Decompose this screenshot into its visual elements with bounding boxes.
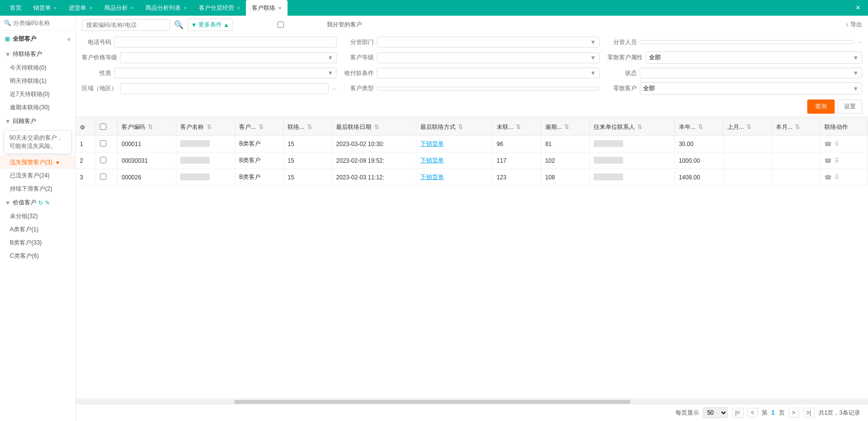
contact-icon[interactable]: ☎ <box>824 174 832 181</box>
query-button[interactable]: 查询 <box>807 99 835 114</box>
phone-input[interactable] <box>114 37 337 48</box>
col-type[interactable]: 客户... ⇅ <box>235 119 284 136</box>
more-actions-icon[interactable]: ⠿ <box>835 157 839 164</box>
tab-home[interactable]: 首页 <box>4 0 27 16</box>
contact-icon[interactable]: ☎ <box>824 157 832 164</box>
dept-select[interactable]: ▼ <box>377 37 599 48</box>
filter-dept-row: 分管部门 ▼ <box>344 37 599 48</box>
export-button[interactable]: ↑ 导出 <box>845 21 862 29</box>
sidebar-group-review[interactable]: ▼ 回顾客户 <box>0 114 75 128</box>
more-actions-icon[interactable]: ⠿ <box>835 141 839 148</box>
category-search-input[interactable] <box>13 20 72 26</box>
contact-method-link[interactable]: 下销货单 <box>420 140 444 147</box>
contact-method-link[interactable]: 下销货单 <box>420 173 444 180</box>
row-checkbox[interactable] <box>100 157 106 163</box>
filter-top-row: 🔍 ▼ 更多条件 ▲ 我分管的客户 ↑ 导出 <box>82 19 862 31</box>
arrow-down-icon: ▼ <box>5 118 11 125</box>
col-code[interactable]: 客户编码 ⇅ <box>118 119 176 136</box>
refresh-icon[interactable]: ↻ <box>38 199 43 206</box>
contact-method-link[interactable]: 下销货单 <box>420 157 444 164</box>
col-name[interactable]: 客户名称 ⇅ <box>176 119 235 136</box>
tab-purchase[interactable]: 进货单 × <box>63 0 98 16</box>
status-select[interactable]: ▼ <box>640 68 862 78</box>
col-unit-contact[interactable]: 往来单位联系人 ⇅ <box>589 119 675 136</box>
col-settings[interactable]: ⚙ <box>76 119 96 136</box>
close-icon[interactable]: × <box>237 5 240 11</box>
last-page-button[interactable]: >| <box>803 408 815 418</box>
sidebar-item-declining[interactable]: 持续下滑客户(2) <box>0 182 75 196</box>
sidebar-group-pending[interactable]: ▼ 待联络客户 <box>0 47 75 61</box>
edit-icon[interactable]: ✎ <box>45 199 50 206</box>
row-this-year: 30.00 <box>675 136 723 152</box>
row-action: ☎⠿ <box>820 169 868 186</box>
col-last-method[interactable]: 最后联络方式 ⇅ <box>416 119 493 136</box>
payment-select[interactable]: ▼ <box>377 68 599 78</box>
col-last-month[interactable]: 上月... ⇅ <box>723 119 772 136</box>
gender-select[interactable]: ▼ <box>114 68 337 78</box>
row-unit-contact <box>589 169 675 186</box>
row-type: B类客户 <box>235 152 284 169</box>
setting-button[interactable]: 设置 <box>838 99 862 114</box>
sidebar-item-class-c[interactable]: C类客户(6) <box>0 249 75 263</box>
row-last-contact-date: 2023-02-03 11:12: <box>332 169 416 186</box>
select-all-checkbox[interactable] <box>100 124 106 130</box>
my-customer-checkbox-label[interactable]: 我分管的客户 <box>237 21 362 29</box>
search-input[interactable] <box>82 19 170 31</box>
tab-sales[interactable]: 销货单 × <box>27 0 63 16</box>
col-checkbox[interactable] <box>96 119 118 136</box>
contact-icon[interactable]: ☎ <box>824 141 832 148</box>
sidebar-item-class-a[interactable]: A类客户(1) <box>0 223 75 236</box>
close-icon[interactable]: × <box>131 5 134 11</box>
sidebar-item-overdue-contact[interactable]: 逾期未联络(30) <box>0 101 75 114</box>
col-this-month[interactable]: 本月... ⇅ <box>772 119 820 136</box>
customer-type-select[interactable] <box>377 87 599 91</box>
row-checkbox-cell <box>96 136 118 152</box>
sidebar-group-value[interactable]: ▼ 价值客户 ↻ ✎ <box>0 196 75 210</box>
col-last-date[interactable]: 最后联络日期 ⇅ <box>332 119 416 136</box>
export-icon: ↑ <box>845 22 848 28</box>
close-icon[interactable]: × <box>184 5 187 11</box>
manager-select[interactable] <box>640 40 854 44</box>
tab-customer-tier[interactable]: 客户分层经营 × <box>193 0 246 16</box>
region-input[interactable] <box>120 83 329 94</box>
col-contacts[interactable]: 联络... ⇅ <box>284 119 332 136</box>
first-page-button[interactable]: |< <box>732 408 744 418</box>
retail-attr-select[interactable]: 全部 ▼ <box>646 51 862 64</box>
col-overdue[interactable]: 逾期... ⇅ <box>541 119 589 136</box>
close-icon[interactable]: × <box>54 5 57 11</box>
col-this-year[interactable]: 本年... ⇅ <box>675 119 723 136</box>
all-customers-header[interactable]: ⊞ 全部客户 « <box>0 31 75 47</box>
sidebar-item-churn-warning[interactable]: 流失预警客户(3) ● <box>0 156 75 169</box>
sidebar-item-churned[interactable]: 已流失客户(24) <box>0 169 75 182</box>
retail-select[interactable]: 全部 ▼ <box>640 82 862 95</box>
scrollbar-thumb[interactable] <box>234 400 630 404</box>
search-button[interactable]: 🔍 <box>174 20 184 29</box>
col-no-contact[interactable]: 未联... ⇅ <box>492 119 541 136</box>
more-icon[interactable]: ··· <box>332 85 337 92</box>
page-size-select[interactable]: 50 100 200 <box>703 407 728 418</box>
window-close-button[interactable]: × <box>852 3 864 12</box>
sidebar-item-tomorrow[interactable]: 明天待联络(1) <box>0 74 75 88</box>
tab-product-list[interactable]: 商品分析列表 × <box>140 0 193 16</box>
more-filter-button[interactable]: ▼ 更多条件 ▲ <box>188 19 233 31</box>
sidebar-item-ungrouped[interactable]: 未分组(32) <box>0 210 75 223</box>
more-actions-icon[interactable]: ⠿ <box>835 174 839 181</box>
sidebar-item-class-b[interactable]: B类客户(33) <box>0 236 75 249</box>
more-icon[interactable]: ··· <box>857 39 862 46</box>
sidebar-item-week[interactable]: 近7天待联络(0) <box>0 88 75 101</box>
price-select[interactable]: ▼ <box>120 52 337 63</box>
next-page-button[interactable]: > <box>789 408 799 418</box>
row-checkbox[interactable] <box>100 173 106 180</box>
prev-page-button[interactable]: < <box>747 408 758 418</box>
sidebar-item-today[interactable]: 今天待联络(0) <box>0 61 75 74</box>
content-area: 🔍 ▼ 更多条件 ▲ 我分管的客户 ↑ 导出 电 <box>76 16 868 421</box>
my-customer-checkbox[interactable] <box>237 22 325 28</box>
close-icon[interactable]: × <box>89 5 92 11</box>
tab-customer-contact[interactable]: 客户联络 × <box>246 0 287 16</box>
horizontal-scrollbar[interactable] <box>76 400 868 404</box>
close-icon[interactable]: × <box>278 5 281 11</box>
customer-level-select[interactable]: ▼ <box>377 52 599 63</box>
row-checkbox[interactable] <box>100 140 106 147</box>
gender-label: 性质 <box>82 69 111 77</box>
tab-product-analysis[interactable]: 商品分析 × <box>98 0 140 16</box>
